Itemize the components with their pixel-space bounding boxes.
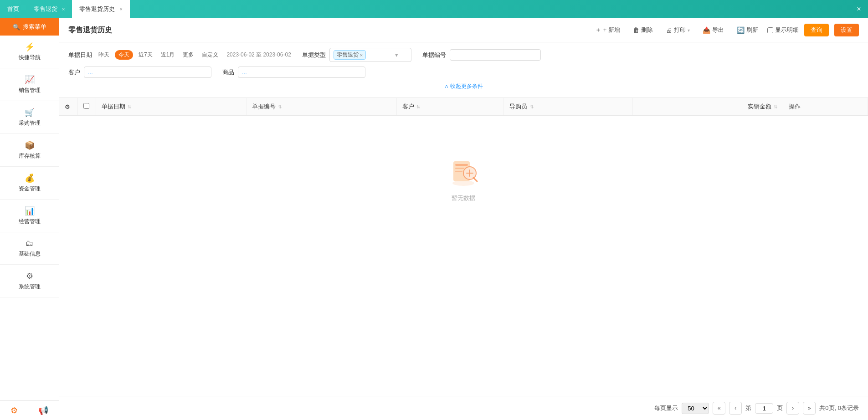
- tab-item-2[interactable]: 零售退货历史×: [72, 0, 129, 18]
- toolbar: ＋ + 新增 🗑 删除 🖨 打印 ▾ 📤 导出 🔄: [591, 24, 859, 36]
- type-tag-close[interactable]: ×: [360, 52, 363, 58]
- type-tag-value: 零售退货: [337, 51, 359, 59]
- sidebar-item-0[interactable]: ⚡快捷导航: [0, 36, 59, 68]
- search-icon: 🔍: [13, 24, 20, 31]
- display-detail-check[interactable]: [767, 27, 773, 33]
- sidebar-item-7[interactable]: ⚙系统管理: [0, 265, 59, 297]
- sidebar-label-5: 经营管理: [19, 218, 41, 225]
- date-opt-1month[interactable]: 近1月: [158, 50, 178, 60]
- date-sort-icon[interactable]: ⇅: [128, 104, 131, 109]
- number-sort-icon[interactable]: ⇅: [278, 104, 282, 109]
- settings-gear-icon[interactable]: ⚙: [65, 103, 70, 110]
- number-filter-input[interactable]: [450, 49, 541, 61]
- type-filter-label: 单据类型: [302, 51, 326, 59]
- sidebar-icon-3: 📦: [25, 140, 35, 150]
- setting-button[interactable]: 设置: [834, 24, 859, 36]
- sidebar-item-1[interactable]: 📈销售管理: [0, 68, 59, 101]
- sidebar-icon-1: 📈: [25, 75, 35, 85]
- page-number-input[interactable]: [755, 403, 773, 414]
- customer-ellipsis[interactable]: ...: [88, 69, 93, 76]
- type-filter-select[interactable]: 零售退货 × ▾: [329, 48, 411, 62]
- goods-filter-label: 商品: [222, 68, 234, 77]
- th-date: 单据日期 ⇅: [96, 98, 246, 116]
- tab-close-2[interactable]: ×: [119, 6, 122, 12]
- goods-filter: 商品 ...: [222, 67, 365, 78]
- th-customer-label: 客户: [402, 103, 414, 110]
- svg-rect-3: [455, 168, 464, 169]
- print-button[interactable]: 🖨 打印 ▾: [662, 24, 693, 36]
- plus-icon: ＋: [595, 26, 601, 34]
- settings-icon[interactable]: ⚙: [10, 405, 18, 415]
- type-dropdown-icon: ▾: [395, 51, 398, 58]
- sidebar-item-2[interactable]: 🛒采购管理: [0, 101, 59, 134]
- prev-page-button[interactable]: ‹: [729, 402, 742, 415]
- display-detail-label: 显示明细: [775, 26, 799, 34]
- th-customer: 客户 ⇅: [396, 98, 503, 116]
- window-close-button[interactable]: ×: [850, 0, 868, 18]
- sidebar-item-5[interactable]: 📊经营管理: [0, 200, 59, 232]
- date-filter-label: 单据日期: [68, 51, 92, 59]
- customer-filter-select[interactable]: ...: [84, 67, 211, 78]
- amount-sort-icon[interactable]: ⇅: [774, 104, 777, 109]
- print-label: 打印: [674, 26, 686, 34]
- delete-label: 删除: [641, 26, 653, 34]
- guide-sort-icon[interactable]: ⇅: [530, 104, 534, 109]
- goods-ellipsis[interactable]: ...: [242, 69, 247, 76]
- display-detail-checkbox[interactable]: 显示明细: [767, 26, 799, 34]
- search-menu-label: 搜索菜单: [23, 23, 46, 31]
- date-options: 昨天 今天 近7天 近1月 更多 自定义: [96, 50, 221, 60]
- export-icon: 📤: [703, 26, 710, 34]
- content-area: 零售退货历史 ＋ + 新增 🗑 删除 🖨 打印 ▾ 📤 导出: [59, 18, 868, 420]
- filter-row-2: 客户 ... 商品 ...: [68, 67, 859, 78]
- empty-state: 暂无数据: [59, 116, 868, 239]
- tab-item-0[interactable]: 首页: [0, 0, 26, 18]
- print-icon: 🖨: [666, 26, 672, 34]
- new-label: + 新增: [603, 26, 620, 34]
- table-header: ⚙ 单据日期 ⇅ 单据编号 ⇅: [59, 98, 868, 116]
- last-page-button[interactable]: »: [803, 402, 816, 415]
- th-number-label: 单据编号: [252, 103, 276, 110]
- page-size-label: 每页显示: [654, 404, 678, 412]
- collapse-filter-button[interactable]: ∧ 收起更多条件: [68, 82, 859, 90]
- sidebar-bottom: ⚙ 📢: [0, 400, 59, 420]
- tab-item-1[interactable]: 零售退货×: [26, 0, 72, 18]
- sidebar-label-3: 库存核算: [19, 152, 41, 160]
- empty-state-icon: [445, 152, 482, 189]
- first-page-button[interactable]: «: [713, 402, 725, 415]
- tab-label-0: 首页: [7, 5, 19, 13]
- th-settings[interactable]: ⚙: [59, 98, 77, 116]
- sidebar: 🔍 搜索菜单 ⚡快捷导航📈销售管理🛒采购管理📦库存核算💰资金管理📊经营管理🗂基础…: [0, 18, 59, 420]
- th-checkbox[interactable]: [77, 98, 96, 116]
- svg-rect-4: [455, 171, 462, 172]
- export-button[interactable]: 📤 导出: [699, 24, 728, 36]
- date-opt-yesterday[interactable]: 昨天: [96, 50, 112, 60]
- sidebar-item-6[interactable]: 🗂基础信息: [0, 232, 59, 265]
- sidebar-icon-4: 💰: [25, 173, 35, 183]
- page-title: 零售退货历史: [68, 26, 112, 35]
- date-opt-today[interactable]: 今天: [115, 50, 133, 60]
- page-size-select[interactable]: 20 50 100: [682, 403, 709, 414]
- delete-button[interactable]: 🗑 删除: [629, 24, 657, 36]
- customer-filter: 客户 ...: [68, 67, 211, 78]
- date-opt-custom[interactable]: 自定义: [199, 50, 221, 60]
- page-label: 页: [777, 404, 783, 412]
- goods-filter-select[interactable]: ...: [238, 67, 365, 78]
- page-word: 第: [745, 404, 751, 412]
- new-button[interactable]: ＋ + 新增: [591, 24, 624, 36]
- search-menu-button[interactable]: 🔍 搜索菜单: [0, 18, 59, 36]
- sidebar-item-4[interactable]: 💰资金管理: [0, 167, 59, 200]
- sidebar-label-1: 销售管理: [19, 87, 41, 94]
- query-button[interactable]: 查询: [804, 24, 829, 36]
- select-all-checkbox[interactable]: [83, 103, 89, 109]
- date-opt-more[interactable]: 更多: [180, 50, 196, 60]
- sound-icon[interactable]: 📢: [38, 405, 48, 415]
- page-header: 零售退货历史 ＋ + 新增 🗑 删除 🖨 打印 ▾ 📤 导出: [59, 18, 868, 42]
- customer-sort-icon[interactable]: ⇅: [416, 104, 420, 109]
- next-page-button[interactable]: ›: [786, 402, 799, 415]
- date-opt-7days[interactable]: 近7天: [136, 50, 155, 60]
- sidebar-nav: ⚡快捷导航📈销售管理🛒采购管理📦库存核算💰资金管理📊经营管理🗂基础信息⚙系统管理: [0, 36, 59, 400]
- sidebar-item-3[interactable]: 📦库存核算: [0, 134, 59, 167]
- export-label: 导出: [712, 26, 724, 34]
- refresh-button[interactable]: 🔄 刷新: [733, 24, 762, 36]
- tab-close-1[interactable]: ×: [62, 6, 65, 12]
